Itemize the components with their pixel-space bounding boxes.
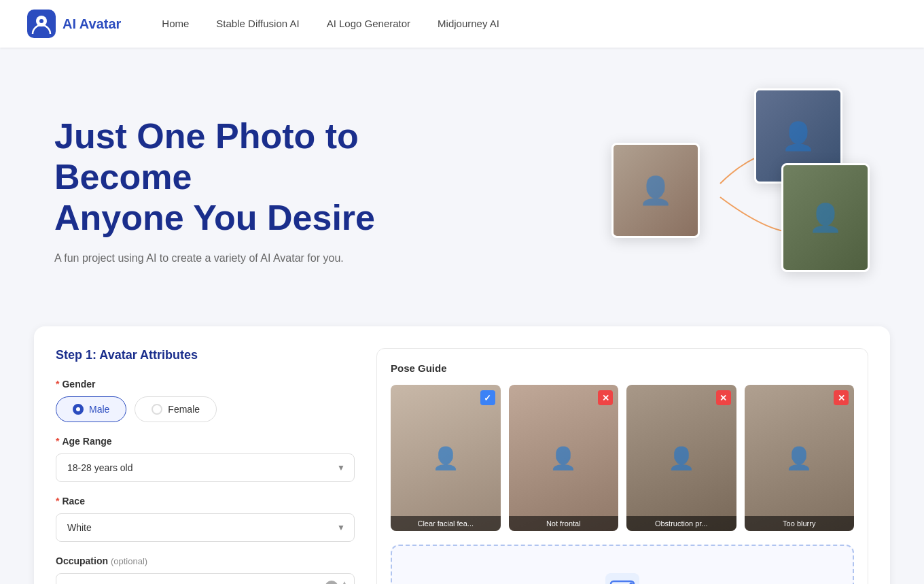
hero-section: Just One Photo to Become Anyone You Desi…: [0, 48, 924, 326]
nav-links: Home Stable Diffusion AI AI Logo Generat…: [162, 18, 499, 30]
race-select[interactable]: White Asian Black Hispanic Other: [56, 513, 355, 542]
pose-icon-not-frontal: ✕: [598, 390, 613, 405]
hero-title: Just One Photo to Become Anyone You Desi…: [54, 116, 462, 238]
required-star-race: *: [56, 496, 59, 506]
age-label-text: Age Range: [62, 436, 111, 447]
pose-img-not-frontal: 👤: [509, 385, 619, 531]
gender-label: * Gender: [56, 379, 355, 390]
occupation-label-text: Occupation: [56, 555, 108, 566]
svg-point-2: [39, 19, 43, 23]
race-label-text: Race: [62, 496, 84, 506]
pose-img-obstruction: 👤: [626, 385, 736, 531]
pose-icon-too-blurry: ✕: [834, 390, 849, 405]
hero-title-line2: Anyone You Desire: [54, 198, 462, 239]
stepper-button[interactable]: ▲ ▼: [341, 579, 348, 584]
gender-options: Male Female: [56, 396, 355, 422]
nav-stable-diffusion[interactable]: Stable Diffusion AI: [216, 18, 299, 29]
radio-dot-male: [76, 407, 80, 411]
pose-card-obstruction: 👤 ✕ Obstruction pr...: [626, 385, 736, 531]
logo-text: AI Avatar: [63, 16, 121, 32]
upload-icon: [605, 573, 639, 584]
pose-card-too-blurry: 👤 ✕ Too blurry: [745, 385, 855, 531]
hero-title-line1: Just One Photo to Become: [54, 116, 462, 198]
logo-icon: [27, 10, 56, 38]
occupation-label: Occupation (optional): [56, 555, 355, 566]
pose-icon-clear: ✓: [480, 390, 495, 405]
gender-male-label: Male: [89, 404, 109, 415]
age-select[interactable]: 18-28 years old 29-38 years old 39-48 ye…: [56, 453, 355, 482]
occupation-field: Occupation (optional) ✕ ▲ ▼: [56, 555, 355, 584]
required-star-gender: *: [56, 379, 59, 390]
race-field: * Race White Asian Black Hispanic Other …: [56, 496, 355, 542]
pose-card-not-frontal: 👤 ✕ Not frontal: [509, 385, 619, 531]
upload-area[interactable]: [391, 545, 854, 584]
pose-guide-title: Pose Guide: [391, 362, 854, 374]
pose-grid: 👤 ✓ Clear facial fea... 👤 ✕ Not frontal …: [391, 385, 854, 531]
gender-female-label: Female: [168, 404, 200, 415]
pose-img-too-blurry: 👤: [745, 385, 855, 531]
nav-home[interactable]: Home: [162, 18, 189, 29]
pose-img-clear: 👤: [391, 385, 501, 531]
gender-male[interactable]: Male: [56, 396, 126, 422]
nav-ai-logo[interactable]: AI Logo Generator: [327, 18, 410, 29]
occupation-input[interactable]: [56, 573, 355, 584]
main-content: Step 1: Avatar Attributes * Gender Male: [0, 326, 924, 584]
race-select-wrap: White Asian Black Hispanic Other ▼: [56, 513, 355, 542]
pose-badge-obstruction: Obstruction pr...: [626, 516, 736, 531]
pose-badge-clear: Clear facial fea...: [391, 516, 501, 531]
gender-label-text: Gender: [62, 379, 95, 390]
step-title: Step 1: Avatar Attributes: [56, 348, 355, 362]
navbar: AI Avatar Home Stable Diffusion AI AI Lo…: [0, 0, 924, 48]
race-label: * Race: [56, 496, 355, 506]
hero-images: 👤 👤 👤: [611, 88, 870, 292]
step-card: Step 1: Avatar Attributes * Gender Male: [34, 326, 890, 584]
hero-subtitle: A fun project using AI to create a varie…: [54, 252, 462, 264]
age-select-wrap: 18-28 years old 29-38 years old 39-48 ye…: [56, 453, 355, 482]
person-icon: 👤: [614, 145, 698, 236]
pose-card-clear: 👤 ✓ Clear facial fea...: [391, 385, 501, 531]
required-star-age: *: [56, 436, 59, 447]
input-actions: ✕ ▲ ▼: [325, 579, 348, 584]
hero-result-image-2: 👤: [781, 163, 870, 272]
pose-icon-obstruction: ✕: [716, 390, 731, 405]
pose-section: Pose Guide 👤 ✓ Clear facial fea... 👤 ✕ N…: [376, 348, 868, 584]
occupation-optional-text: (optional): [111, 556, 147, 566]
pose-badge-too-blurry: Too blurry: [745, 516, 855, 531]
form-section: Step 1: Avatar Attributes * Gender Male: [56, 348, 355, 584]
clear-occupation-button[interactable]: ✕: [325, 581, 338, 584]
occupation-input-wrap: ✕ ▲ ▼: [56, 573, 355, 584]
stepper-up: ▲: [341, 579, 348, 584]
pose-badge-not-frontal: Not frontal: [509, 516, 619, 531]
radio-circle-male: [73, 404, 84, 415]
hero-left: Just One Photo to Become Anyone You Desi…: [54, 116, 462, 264]
age-label: * Age Range: [56, 436, 355, 447]
gender-field: * Gender Male Female: [56, 379, 355, 422]
logo-link[interactable]: AI Avatar: [27, 10, 121, 38]
gender-female[interactable]: Female: [135, 396, 217, 422]
hero-source-image: 👤: [611, 143, 700, 238]
age-field: * Age Range 18-28 years old 29-38 years …: [56, 436, 355, 482]
radio-circle-female: [152, 404, 162, 415]
person-icon: 👤: [783, 165, 868, 270]
nav-midjourney[interactable]: Midjourney AI: [438, 18, 499, 29]
